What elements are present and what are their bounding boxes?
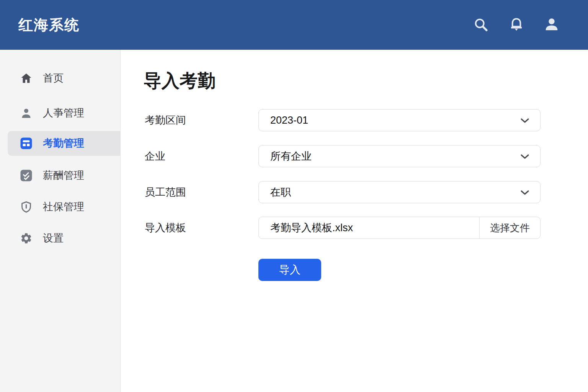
user-icon-glyph [543,16,560,34]
user-icon[interactable] [543,16,560,34]
bell-icon[interactable] [508,16,525,34]
sidebar-item-label: 人亊管理 [43,101,84,126]
payroll-check-icon [20,169,33,182]
import-template-file-input[interactable]: 考勤导入模板.xlsx 选择文件 [258,217,541,239]
chevron-down-icon [520,154,529,161]
sidebar-item-label: 首页 [43,66,64,91]
employee-scope-select[interactable]: 在职 [258,181,541,203]
home-icon [20,72,33,85]
attendance-period-value: 2023-01 [259,114,308,126]
field-label-employee-scope: 员工范围 [145,181,186,203]
sidebar-item-label: 设置 [43,226,64,251]
selected-file-name: 考勤导入模板.xlsx [259,221,479,235]
enterprise-value: 所有企业 [259,149,312,163]
sidebar-item-social-security[interactable]: 社保管理 [8,194,121,219]
sidebar-item-label: 考勤管理 [43,131,84,156]
chevron-down-icon [520,118,529,125]
field-label-enterprise: 企业 [145,145,165,167]
person-icon [20,107,33,119]
sidebar-item-label: 社保管理 [43,194,84,219]
choose-file-button[interactable]: 选择文件 [480,217,540,238]
sidebar-item-attendance[interactable]: 考勤管理 [8,131,121,156]
field-label-attendance-period: 考勤区间 [145,109,186,131]
top-header-bar: 红海系统 [0,0,588,50]
app-window: 红海系统 [0,0,588,392]
sidebar-item-home[interactable]: 首页 [8,66,121,91]
app-title: 红海系统 [18,15,80,35]
employee-scope-value: 在职 [259,185,291,199]
enterprise-select[interactable]: 所有企业 [258,145,541,167]
field-label-import-template: 导入模板 [145,217,186,239]
gear-icon [20,232,33,245]
page-title: 导入考勤 [144,69,216,93]
sidebar-item-payroll[interactable]: 薪酬管理 [8,163,121,188]
bell-icon-glyph [508,16,525,34]
import-button[interactable]: 导入 [258,259,321,281]
sidebar-item-settings[interactable]: 设置 [8,226,121,251]
search-icon-glyph [472,16,490,34]
shield-icon [20,201,33,213]
sidebar-item-label: 薪酬管理 [43,163,84,188]
attendance-period-select[interactable]: 2023-01 [258,109,541,131]
sidebar: 首页 人亊管理 考勤管理 [0,50,121,392]
attendance-card-icon [20,137,33,150]
sidebar-item-hr[interactable]: 人亊管理 [8,101,121,126]
header-icon-group [472,0,560,50]
search-icon[interactable] [472,16,490,34]
chevron-down-icon [520,190,529,197]
